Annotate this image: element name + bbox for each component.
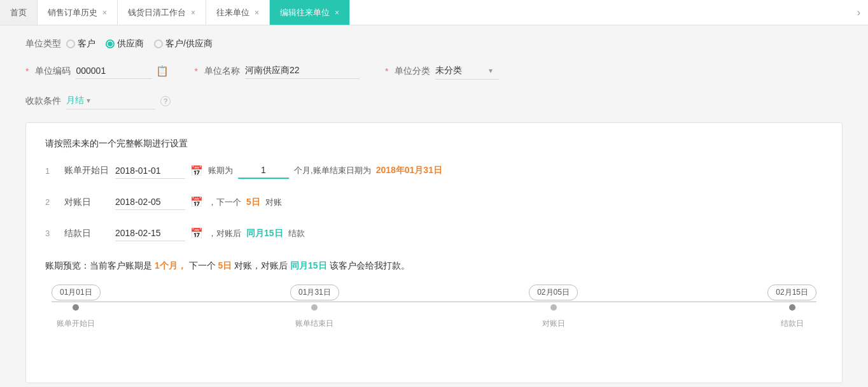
period-input[interactable]: [238, 162, 289, 179]
radio-customer[interactable]: 客户: [66, 38, 95, 50]
row-label-2: 对账日: [64, 197, 115, 208]
unit-category-select[interactable]: 未分类 ▾: [435, 62, 499, 80]
tab-home[interactable]: 首页: [0, 0, 38, 25]
row-num-1: 1: [45, 166, 64, 176]
timeline-dot-3: [550, 304, 557, 311]
radio-supplier-circle: [106, 39, 115, 48]
timeline-label-3: 对账日: [542, 318, 565, 329]
preview-highlight1: 1个月，: [155, 260, 186, 271]
unit-category-value: 未分类: [435, 65, 486, 76]
preview-text: 账期预览：当前客户账期是 1个月， 下一个 5日 对账，对账后 同月15日 该客…: [45, 260, 823, 272]
row-label-3: 结款日: [64, 228, 115, 239]
page-content: 单位类型 客户 供应商 客户/供应商 * 单位编码: [0, 25, 868, 387]
unit-category-field: * 单位分类 未分类 ▾: [385, 62, 499, 80]
row-desc-reconcile-suffix: 对账: [265, 197, 282, 208]
start-date-input[interactable]: [115, 163, 185, 179]
row-num-3: 3: [45, 229, 64, 238]
row-desc-payment-prefix: ，对账后: [208, 228, 241, 239]
row-input-wrap-2: 📅 ，下一个 5日 对账: [115, 194, 282, 210]
unit-code-input-wrap: 📋: [76, 63, 169, 79]
preview-highlight2: 5日: [218, 260, 232, 271]
payment-day-highlight: 同月15日: [246, 228, 283, 239]
start-date-calendar[interactable]: 📅: [190, 165, 203, 177]
timeline-badge-3: 02月05日: [529, 285, 578, 300]
setting-row-1: 1 账单开始日 📅 账期为 个月,账单结束日期为 2018年01月31日: [45, 162, 823, 179]
tab-counterpart[interactable]: 往来单位 ×: [206, 0, 270, 25]
preview-suffix: 该客户会给我打款。: [330, 260, 410, 271]
unit-category-label: 单位分类: [395, 66, 430, 77]
radio-both-circle: [154, 39, 163, 48]
row-input-wrap-1: 📅 账期为 个月,账单结束日期为 2018年01月31日: [115, 162, 442, 179]
timeline-label-1: 账单开始日: [57, 318, 95, 329]
payment-condition-select[interactable]: 月结 ▾: [66, 92, 155, 109]
timeline-point-3: 02月05日 对账日: [529, 285, 578, 329]
preview-mid1: 下一个: [189, 260, 216, 271]
unit-info-row: * 单位编码 📋 * 单位名称 * 单位分类 未分类 ▾: [25, 62, 843, 80]
unit-code-label: 单位编码: [35, 66, 71, 77]
row-desc-period-label: 账期为: [208, 165, 233, 176]
preview-section: 账期预览：当前客户账期是 1个月， 下一个 5日 对账，对账后 同月15日 该客…: [45, 260, 823, 367]
payment-condition-value: 月结: [66, 95, 84, 106]
preview-prefix: 账期预览：当前客户账期是: [45, 260, 152, 271]
unit-code-icon[interactable]: 📋: [156, 65, 169, 77]
reconcile-date-calendar[interactable]: 📅: [190, 196, 203, 208]
payment-condition-arrow: ▾: [87, 96, 90, 105]
unit-code-field: * 单位编码 📋: [25, 63, 169, 79]
timeline: 01月01日 账单开始日 01月31日 账单结束日 02月05日: [45, 285, 823, 367]
end-date-highlight: 2018年01月31日: [376, 165, 442, 176]
radio-both-label: 客户/供应商: [165, 38, 213, 50]
payment-condition-label: 收款条件: [25, 95, 61, 107]
row-label-1: 账单开始日: [64, 165, 115, 176]
tab-close-cash-ledger[interactable]: ×: [191, 9, 195, 17]
payment-condition-row: 收款条件 月结 ▾ ?: [25, 92, 843, 109]
tab-sales-order-history[interactable]: 销售订单历史 ×: [38, 0, 118, 25]
unit-type-row: 单位类型 客户 供应商 客户/供应商: [25, 38, 843, 50]
timeline-badge-4: 02月15日: [767, 285, 816, 300]
row-desc-period-unit: 个月,账单结束日期为: [294, 165, 371, 176]
timeline-dot-2: [311, 304, 318, 311]
timeline-points-row: 01月01日 账单开始日 01月31日 账单结束日 02月05日: [52, 285, 816, 329]
timeline-badge-1: 01月01日: [52, 285, 101, 300]
timeline-label-2: 账单结束日: [295, 318, 333, 329]
radio-supplier-label: 供应商: [117, 38, 144, 50]
timeline-label-4: 结款日: [781, 318, 804, 329]
radio-both[interactable]: 客户/供应商: [154, 38, 213, 50]
row-desc-payment-suffix: 结款: [288, 228, 305, 239]
timeline-point-1: 01月01日 账单开始日: [52, 285, 101, 329]
tab-close-sales-order-history[interactable]: ×: [102, 9, 107, 17]
box-title: 请按照未来的一个完整帐期进行设置: [45, 138, 823, 150]
preview-mid2: 对账，对账后: [234, 260, 288, 271]
unit-category-arrow: ▾: [489, 66, 493, 75]
row-desc-reconcile-prefix: ，下一个: [208, 197, 241, 208]
radio-supplier[interactable]: 供应商: [106, 38, 144, 50]
unit-name-label: 单位名称: [204, 66, 240, 77]
timeline-badge-2: 01月31日: [290, 285, 339, 300]
radio-customer-circle: [66, 39, 75, 48]
unit-code-input[interactable]: [76, 63, 152, 79]
tab-cash-ledger[interactable]: 钱货日清工作台 ×: [118, 0, 206, 25]
row-num-2: 2: [45, 197, 64, 207]
tab-expand-icon[interactable]: ›: [850, 0, 868, 25]
unit-type-field: 单位类型 客户 供应商 客户/供应商: [25, 38, 213, 50]
unit-type-radio-group: 客户 供应商 客户/供应商: [66, 38, 213, 50]
payment-condition-help[interactable]: ?: [160, 96, 171, 106]
setting-row-3: 3 结款日 📅 ，对账后 同月15日 结款: [45, 225, 823, 241]
tab-edit-counterpart[interactable]: 编辑往来单位 ×: [270, 0, 350, 25]
timeline-dot-1: [73, 304, 79, 311]
payment-date-input[interactable]: [115, 225, 185, 241]
payment-condition-field: 收款条件 月结 ▾ ?: [25, 92, 171, 109]
unit-name-input[interactable]: [245, 63, 360, 79]
reconcile-date-input[interactable]: [115, 194, 185, 210]
tab-close-counterpart[interactable]: ×: [255, 9, 259, 17]
setting-row-2: 2 对账日 📅 ，下一个 5日 对账: [45, 194, 823, 210]
unit-name-field: * 单位名称: [194, 63, 359, 79]
setting-box: 请按照未来的一个完整帐期进行设置 1 账单开始日 📅 账期为 个月,账单结束日期…: [25, 122, 843, 383]
reconcile-day-highlight: 5日: [246, 197, 260, 208]
timeline-point-4: 02月15日 结款日: [767, 285, 816, 329]
preview-highlight3: 同月15日: [290, 260, 327, 271]
tab-bar: 首页 销售订单历史 × 钱货日清工作台 × 往来单位 × 编辑往来单位 × ›: [0, 0, 868, 25]
row-input-wrap-3: 📅 ，对账后 同月15日 结款: [115, 225, 305, 241]
payment-date-calendar[interactable]: 📅: [190, 227, 203, 239]
radio-customer-label: 客户: [78, 38, 95, 50]
tab-close-edit-counterpart[interactable]: ×: [335, 9, 339, 17]
